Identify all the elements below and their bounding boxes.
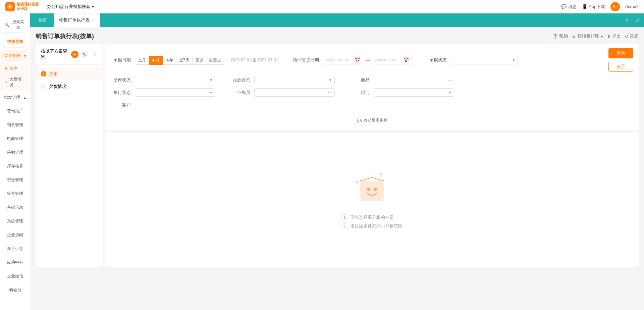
scheme-panel-icons: + ✎ 《 <box>71 51 97 58</box>
date-dash: — <box>365 58 370 63</box>
out-status-select[interactable]: ▾ <box>135 76 215 84</box>
salesman-select[interactable]: ··· <box>254 88 335 97</box>
industry-selector[interactable]: 办公用品行业模拟账套 ▾ <box>47 4 94 10</box>
message-btn[interactable]: 💬 消息 <box>561 4 577 10</box>
content-area: 首页 销售订单执行表 × ✕ ⤢ 销售订单执行表(按单) ❓ 帮助 <box>30 13 644 310</box>
app-download-btn[interactable]: 📱 App下载 <box>582 4 605 10</box>
tab-close-icon[interactable]: × <box>92 18 95 22</box>
top-bar-left: 畅捷通好生意 标准版 办公用品行业模拟账套 ▾ <box>5 2 94 11</box>
collapse-icon: ∧∧ <box>356 118 362 123</box>
date-btn-this-year[interactable]: 本年 <box>163 56 176 65</box>
goods-dots: ··· <box>447 78 451 83</box>
scheme-panel: 按以下方案查询 + ✎ 《 ● 按单 ○ <box>36 44 103 267</box>
status-input[interactable]: ▾ <box>451 56 518 64</box>
svg-point-2 <box>367 188 370 191</box>
sidebar-item-quick-nav[interactable]: 快捷导航 <box>0 36 30 46</box>
sidebar-item-wechat[interactable]: 企业微信 <box>1 270 29 282</box>
collapse-panel-btn[interactable]: 《 <box>90 51 97 58</box>
avatar: Ea <box>610 2 620 11</box>
maximize-btn[interactable]: ⤢ <box>633 16 641 24</box>
receipt-status-chevron: ▾ <box>329 78 332 83</box>
sidebar-item-corp[interactable]: 企业协同 <box>1 229 29 241</box>
tab-sales-order[interactable]: 销售订单执行表 × <box>54 13 100 27</box>
tab-home[interactable]: 首页 <box>33 13 52 27</box>
main-wrapper: 🔍 搜索菜单 快捷导航 零售管理 ▾ 按单 欠货情况 批发管理 ▴ 营销推 <box>0 13 644 310</box>
sidebar-sub-item-debt[interactable]: 欠货情况 <box>0 74 30 91</box>
date-btn-7days[interactable]: 近7天 <box>176 56 193 65</box>
tip-num-1: 1 <box>341 214 347 220</box>
date-btn-this-month[interactable]: 本月 <box>149 56 163 65</box>
receipt-status-label: 收款状态 <box>230 77 250 83</box>
dept-chevron: ▾ <box>449 90 451 95</box>
sidebar: 🔍 搜索菜单 快捷导航 零售管理 ▾ 按单 欠货情况 批发管理 ▴ 营销推 <box>0 13 30 310</box>
close-window-btn[interactable]: ✕ <box>623 16 631 24</box>
page-title: 销售订单执行表(按单) <box>36 32 94 40</box>
collapse-btn[interactable]: ∧∧ 收起更多条件 <box>354 115 390 126</box>
tab-actions: ✕ ⤢ <box>623 16 641 24</box>
inactive-dot <box>5 81 7 83</box>
search-menu-btn[interactable]: 🔍 搜索菜单 <box>3 17 27 33</box>
expected-date-end[interactable]: yyyy-mm-dd 📅 <box>372 56 412 64</box>
empty-tip-1: 1 请先选择要分析的方案 <box>341 214 402 220</box>
empty-illustration <box>352 167 392 208</box>
sidebar-item-operations[interactable]: 经营管理 <box>1 188 29 200</box>
logo-area: 畅捷通好生意 标准版 <box>5 2 39 11</box>
exec-status-select[interactable]: ▾ <box>135 88 215 97</box>
add-scheme-btn[interactable]: + <box>71 51 78 58</box>
sidebar-item-inventory[interactable]: 库存核算 <box>1 160 29 172</box>
expected-date-start[interactable]: yyyy-mm-dd 📅 <box>323 56 363 64</box>
export-icon: ⬇ <box>607 34 611 39</box>
edit-scheme-btn[interactable]: ✎ <box>80 51 88 58</box>
date-filter-group: 上月 本月 本年 近7天 更多 自定义 <box>135 56 224 65</box>
top-bar-right: 💬 消息 📱 App下载 Ea demo2 <box>561 2 639 11</box>
sidebar-item-finance[interactable]: 资金管理 <box>1 174 29 186</box>
scheme-panel-title: 按以下方案查询 <box>41 48 71 60</box>
sidebar-item-ecommerce[interactable]: 电商管理 <box>1 133 29 145</box>
dept-select[interactable]: ▾ <box>374 88 454 97</box>
help-btn[interactable]: ❓ 帮助 <box>552 33 568 39</box>
date-btn-custom[interactable]: 自定义 <box>206 56 224 65</box>
scheme-item-orders[interactable]: ● 按单 <box>36 67 103 80</box>
sidebar-item-purchase[interactable]: 采购管理 <box>1 146 29 159</box>
user-name[interactable]: demo2 <box>625 4 639 9</box>
chevron-down-icon: ▾ <box>92 4 94 9</box>
status-text-input[interactable] <box>451 56 510 64</box>
sidebar-item-apps[interactable]: 应用中心 <box>1 256 29 269</box>
status-label: 单据状态 <box>427 57 447 63</box>
setting-btn[interactable]: 设置 <box>608 62 633 72</box>
sidebar-item-system[interactable]: 系统管理 <box>1 215 29 227</box>
customer-select[interactable]: ··· <box>135 101 215 109</box>
export-btn[interactable]: ⬇ 导出 <box>607 33 621 39</box>
sidebar-item-retail[interactable]: 零售管理 ▾ <box>1 50 29 62</box>
sidebar-item-newbie[interactable]: 新手引导 <box>1 243 29 255</box>
svg-point-4 <box>360 199 384 201</box>
out-status-label: 出库状态 <box>111 77 131 83</box>
filter-section: 单据日期 上月 本月 本年 近7天 更多 自定义 2023-03-01 至 20… <box>105 44 639 130</box>
customer-label: 客户 <box>111 102 131 108</box>
scheme-item-debt[interactable]: ○ 欠货情况 <box>36 80 103 93</box>
receipt-status-select[interactable]: ▾ <box>254 76 335 84</box>
sidebar-item-sales[interactable]: 销售管理 <box>1 119 29 131</box>
empty-tips: 1 请先选择要分析的方案 2 用过滤条件来缩小分析范围 <box>341 214 402 232</box>
date-btn-last-month[interactable]: 上月 <box>135 56 149 65</box>
dept-label: 部门 <box>350 90 370 96</box>
phone-icon: 📱 <box>582 4 587 9</box>
chevron-icon: ▾ <box>24 54 26 58</box>
status-chevron-btn[interactable]: ▾ <box>510 56 518 64</box>
expected-date-input-group: yyyy-mm-dd 📅 — yyyy-mm-dd 📅 <box>323 56 412 64</box>
active-dot <box>5 67 7 69</box>
goods-select[interactable]: ··· <box>374 76 454 84</box>
sidebar-item-marketing[interactable]: 营销推广 <box>1 105 29 117</box>
scheme-active-icon: ● <box>41 71 46 76</box>
scheme-panel-header: 按以下方案查询 + ✎ 《 <box>36 44 103 65</box>
date-btn-more[interactable]: 更多 <box>193 56 206 65</box>
sidebar-item-basic[interactable]: 基础信息 <box>1 201 29 214</box>
print-btn[interactable]: 🖨 按模板打印 ▾ <box>572 33 603 39</box>
query-btn[interactable]: 查询 <box>608 48 633 58</box>
print-icon: 🖨 <box>572 34 576 39</box>
sidebar-item-wholesale[interactable]: 批发管理 ▴ <box>1 91 29 104</box>
customer-dots: ··· <box>209 102 212 107</box>
refresh-btn[interactable]: ↺ 刷新 <box>625 33 639 39</box>
sidebar-item-member[interactable]: 畅会员 <box>1 284 29 296</box>
sidebar-sub-item-orders[interactable]: 按单 <box>0 63 30 74</box>
